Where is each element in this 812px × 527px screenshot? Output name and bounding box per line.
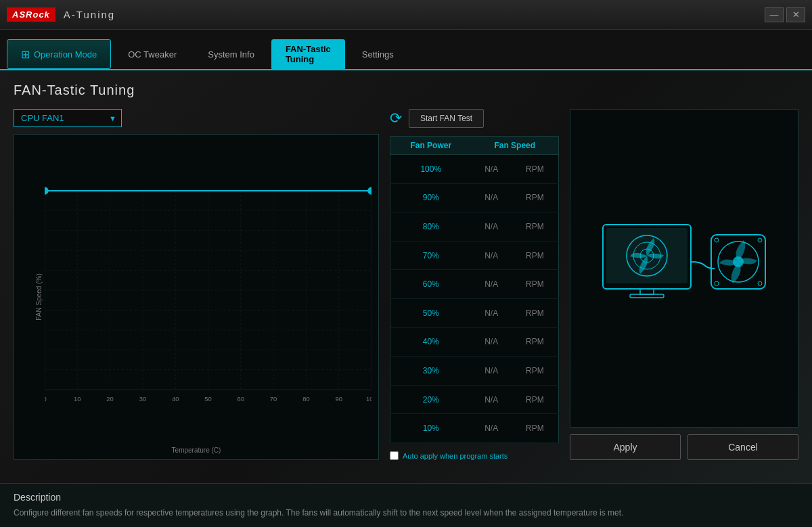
cancel-button[interactable]: Cancel	[687, 434, 798, 460]
fan-speed-cell: N/A	[472, 212, 512, 242]
graph-section: CPU FAN1 CPU FAN2 CHA FAN1 CHA FAN2 ▼ FA…	[14, 109, 379, 460]
tab-oc-tweaker[interactable]: OC Tweaker	[114, 39, 191, 69]
fan-power-cell: 60%	[390, 270, 472, 299]
table-row: 40% N/A RPM	[390, 327, 559, 357]
minimize-button[interactable]: —	[765, 7, 784, 22]
close-button[interactable]: ✕	[786, 7, 805, 22]
svg-point-58	[758, 238, 762, 242]
apply-button[interactable]: Apply	[570, 434, 681, 460]
y-axis-label: FAN Speed (%)	[35, 273, 43, 320]
fan-speed-cell: N/A	[472, 357, 512, 386]
fan-power-cell: 30%	[390, 357, 472, 386]
svg-point-45	[45, 187, 48, 195]
fan-speed-header: Fan Speed	[472, 137, 559, 155]
svg-point-59	[715, 281, 719, 285]
right-section: Apply Cancel	[570, 109, 798, 460]
table-row: 70% N/A RPM	[390, 241, 559, 270]
svg-text:20: 20	[106, 395, 114, 403]
description-text: Configure different fan speeds for respe…	[14, 507, 798, 519]
page-title: FAN-Tastic Tuning	[14, 83, 798, 98]
svg-text:80: 80	[302, 395, 310, 403]
fan-unit-cell: RPM	[512, 357, 559, 386]
fan-unit-cell: RPM	[512, 212, 559, 242]
app-title: A-Tuning	[64, 9, 115, 20]
fan-unit-cell: RPM	[512, 270, 559, 299]
title-bar: ASRock A-Tuning — ✕	[0, 0, 812, 30]
fan-unit-cell: RPM	[512, 241, 559, 270]
fan-illustration	[596, 214, 772, 323]
fan-power-cell: 70%	[390, 241, 472, 270]
fan-speed-cell: N/A	[472, 414, 512, 443]
svg-text:30: 30	[139, 395, 147, 403]
fan-spin-icon: ⟳	[390, 110, 402, 127]
auto-apply-row: Auto apply when program starts	[390, 451, 559, 460]
table-row: 30% N/A RPM	[390, 357, 559, 386]
asrock-logo: ASRock	[7, 7, 55, 22]
fan-speed-graph[interactable]: 0 10 20 30 40 50 60 70 80 90 100 0 10 20…	[45, 141, 371, 439]
svg-text:10: 10	[74, 395, 81, 403]
content-area: CPU FAN1 CPU FAN2 CHA FAN1 CHA FAN2 ▼ FA…	[14, 109, 798, 460]
fan-speed-cell: N/A	[472, 385, 512, 414]
tab-operation-mode[interactable]: ⊞ Operation Mode	[7, 39, 111, 69]
svg-text:100: 100	[366, 395, 371, 403]
tab-operation-mode-label: Operation Mode	[34, 49, 97, 60]
svg-text:60: 60	[238, 395, 245, 403]
tab-settings-label: Settings	[362, 49, 394, 60]
table-row: 80% N/A RPM	[390, 212, 559, 242]
svg-rect-53	[630, 294, 664, 298]
fan-power-header: Fan Power	[390, 137, 472, 155]
auto-apply-label: Auto apply when program starts	[403, 452, 508, 460]
svg-point-57	[715, 238, 719, 242]
description-section: Description Configure different fan spee…	[0, 483, 812, 527]
table-row: 100% N/A RPM	[390, 155, 559, 184]
fan-unit-cell: RPM	[512, 414, 559, 443]
fan-dropdown-wrapper[interactable]: CPU FAN1 CPU FAN2 CHA FAN1 CHA FAN2 ▼	[14, 109, 122, 127]
table-row: 20% N/A RPM	[390, 385, 559, 414]
tab-oc-tweaker-label: OC Tweaker	[128, 49, 177, 60]
svg-rect-52	[640, 289, 654, 294]
fan-power-cell: 40%	[390, 327, 472, 357]
table-section: ⟳ Start FAN Test Fan Power Fan Speed 100…	[390, 109, 559, 460]
auto-apply-checkbox[interactable]	[390, 451, 399, 460]
start-fan-test-button[interactable]: Start FAN Test	[409, 109, 484, 128]
fan-power-cell: 50%	[390, 298, 472, 327]
fan-speed-table: Fan Power Fan Speed 100% N/A RPM 90% N/A…	[390, 136, 559, 443]
title-controls: — ✕	[765, 7, 805, 22]
fan-speed-cell: N/A	[472, 327, 512, 357]
fan-test-row: ⟳ Start FAN Test	[390, 109, 559, 128]
fan-dropdown[interactable]: CPU FAN1 CPU FAN2 CHA FAN1 CHA FAN2	[14, 109, 122, 127]
fan-power-cell: 100%	[390, 155, 472, 184]
fan-power-cell: 10%	[390, 414, 472, 443]
table-row: 90% N/A RPM	[390, 183, 559, 212]
fan-speed-cell: N/A	[472, 298, 512, 327]
title-bar-left: ASRock A-Tuning	[7, 7, 115, 22]
tab-system-info-label: System Info	[208, 49, 254, 60]
svg-text:70: 70	[270, 395, 277, 403]
x-axis-label: Temperature (C)	[172, 446, 221, 454]
fan-unit-cell: RPM	[512, 155, 559, 184]
fan-image-box	[570, 109, 798, 428]
fan-power-cell: 80%	[390, 212, 472, 242]
action-buttons: Apply Cancel	[570, 434, 798, 460]
fan-power-cell: 20%	[390, 385, 472, 414]
graph-container: FAN Speed (%) Temperature (C)	[14, 134, 379, 460]
table-row: 50% N/A RPM	[390, 298, 559, 327]
fan-speed-cell: N/A	[472, 183, 512, 212]
tab-system-info[interactable]: System Info	[194, 39, 269, 69]
tab-settings[interactable]: Settings	[348, 39, 408, 69]
svg-text:40: 40	[172, 395, 179, 403]
fan-speed-cell: N/A	[472, 241, 512, 270]
nav-bar: ⊞ Operation Mode OC Tweaker System Info …	[0, 30, 812, 70]
svg-point-46	[368, 187, 371, 195]
table-row: 60% N/A RPM	[390, 270, 559, 299]
fan-power-cell: 90%	[390, 183, 472, 212]
tab-fan-tastic[interactable]: FAN-TasticTuning	[271, 39, 345, 69]
grid-icon: ⊞	[21, 48, 30, 61]
fan-selector: CPU FAN1 CPU FAN2 CHA FAN1 CHA FAN2 ▼	[14, 109, 379, 127]
fan-unit-cell: RPM	[512, 385, 559, 414]
svg-point-56	[733, 256, 744, 267]
fan-speed-cell: N/A	[472, 270, 512, 299]
table-row: 10% N/A RPM	[390, 414, 559, 443]
fan-speed-cell: N/A	[472, 155, 512, 184]
svg-text:90: 90	[335, 395, 342, 403]
